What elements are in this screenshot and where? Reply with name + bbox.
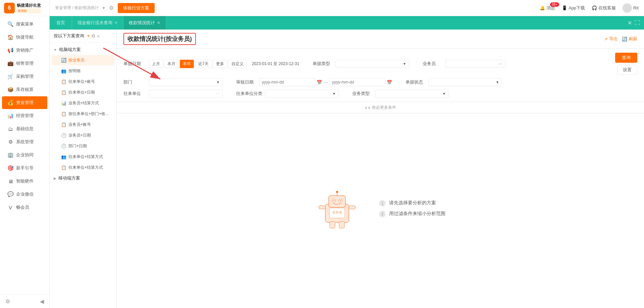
close-window-icon[interactable]: ✕ xyxy=(628,20,632,26)
date-custom-btn[interactable]: 自定义 xyxy=(228,60,247,68)
trial-btn[interactable]: 体验行业方案 xyxy=(118,3,155,13)
export-btn[interactable]: ↗ 导出 xyxy=(604,36,618,42)
sidebar-item-marketing[interactable]: 📢 营销推广 xyxy=(2,44,47,57)
counterpart-select[interactable]: ··· xyxy=(149,90,223,98)
tree-item-salesperson-settle[interactable]: 📊 业务员+结算方式 xyxy=(52,98,114,108)
sidebar-item-member[interactable]: V 畅会员 xyxy=(2,201,47,214)
collapse-bar[interactable]: ∧∧ 收起更多条件 xyxy=(117,102,644,113)
sidebar-item-smart-hw[interactable]: 🖥 智能硬件 xyxy=(2,175,47,188)
tree-item-unit-settle1[interactable]: 👥 往来单位+结算方式 xyxy=(52,152,114,162)
tree-item-unit-settle2[interactable]: 📋 往来单位+结算方式 xyxy=(52,162,114,173)
tab-collection-stat[interactable]: 收款情况统计 ✕ xyxy=(123,16,166,30)
date-range-text: 2023-01-01 至 2023-12-31 xyxy=(252,61,299,67)
basic-info-icon: 🗂 xyxy=(7,126,13,132)
doc-status-select[interactable]: ▾ xyxy=(428,78,502,86)
calendar-to-icon[interactable]: 📅 xyxy=(387,80,392,85)
tree-item-salesperson-date[interactable]: 🕐 业务员+日期 xyxy=(52,130,114,141)
export-icon: ↗ xyxy=(604,37,608,42)
sidebar-item-inventory[interactable]: 📦 库存核算 xyxy=(2,83,47,96)
tree-group-mobile-header[interactable]: ▶ 移动端方案 xyxy=(50,173,116,183)
svg-rect-15 xyxy=(339,221,344,228)
sidebar-label-system: 系统管理 xyxy=(16,139,34,145)
tab-home-label: 首页 xyxy=(56,20,65,26)
audit-date-from-input[interactable] xyxy=(259,78,315,86)
svg-point-4 xyxy=(333,200,334,201)
tree-item-unit-date-label: 往来单位+日期 xyxy=(68,90,95,95)
date-last-7-btn[interactable]: 近7天 xyxy=(195,60,212,68)
tab-collection-stat-close-icon[interactable]: ✕ xyxy=(157,20,160,25)
tree-item-by-salesperson[interactable]: 🔄 按业务员 xyxy=(52,55,114,65)
date-this-month-btn[interactable]: 本月 xyxy=(164,60,178,68)
operations-icon: 📊 xyxy=(7,113,13,119)
collapse-footer-icon[interactable]: ◀‍ xyxy=(40,298,44,305)
business-type-select[interactable]: ▾ xyxy=(375,90,449,98)
page-area: 按以下方案查询 + ⚙ « ▼ 电脑端方案 🔄 按业务员 xyxy=(50,30,644,308)
maximize-window-icon[interactable]: ⛶ xyxy=(635,20,640,26)
tab-home[interactable]: 首页 xyxy=(50,16,72,30)
salesperson-label: 业务员 xyxy=(423,61,443,67)
scheme-gear-icon[interactable]: ⚙ xyxy=(91,33,96,39)
audit-date-to-input[interactable] xyxy=(329,78,385,86)
sidebar-item-basic-info[interactable]: 🗂 基础信息 xyxy=(2,122,47,135)
sidebar-item-operations[interactable]: 📊 经营管理 xyxy=(2,109,47,122)
filter-area: 单据日期 上月 本月 本年 近7天 更多 自定义 2023-01-01 至 20… xyxy=(117,49,644,102)
date-more-btn[interactable]: 更多 xyxy=(213,60,227,68)
salesperson-select[interactable]: ··· xyxy=(445,60,506,68)
sidebar-item-system[interactable]: ⚙ 系统管理 xyxy=(2,136,47,148)
date-btn-group: 上月 本月 本年 近7天 更多 自定义 xyxy=(149,60,247,68)
tree-item-dept-date[interactable]: 🕐 部门+日期 xyxy=(52,141,114,151)
refresh-icon: 🔄 xyxy=(622,37,627,42)
tree-group-desktop-header[interactable]: ▼ 电脑端方案 xyxy=(50,45,116,55)
tree-item-by-salesperson-label: 按业务员 xyxy=(68,57,85,63)
tree-item-dept-date-label: 部门+日期 xyxy=(68,143,87,149)
sidebar-item-search[interactable]: 🔍 搜索菜单 xyxy=(2,18,47,31)
logo-name: 畅捷通好生意 xyxy=(17,3,41,8)
sidebar-item-enterprise[interactable]: 🏢 企业协同 xyxy=(2,149,47,161)
sidebar-item-funds[interactable]: 💰 资金管理 xyxy=(2,96,47,109)
desktop-group-label: 电脑端方案 xyxy=(59,47,81,53)
counterpart-category-select[interactable]: ▾ xyxy=(265,90,339,98)
tree-item-unit-dept-collect[interactable]: 📋 按往来单位+部门+收... xyxy=(52,109,114,119)
refresh-label: 刷新 xyxy=(629,36,637,42)
date-this-year-btn[interactable]: 本年 xyxy=(180,60,194,68)
tab-bank-flow-close-icon[interactable]: ✕ xyxy=(114,20,118,25)
svg-point-9 xyxy=(332,211,335,214)
home-icon: 🏠 xyxy=(7,34,13,40)
header-gear-icon[interactable]: ⚙ xyxy=(109,5,114,11)
counterpart-category-chevron-icon: ▾ xyxy=(333,91,335,96)
sidebar-label-member: 畅会员 xyxy=(16,204,29,210)
sidebar-item-purchase[interactable]: 🛒 采购管理 xyxy=(2,70,47,83)
online-service-btn[interactable]: 🎧 在线客服 xyxy=(592,5,616,11)
svg-rect-14 xyxy=(330,221,335,228)
app-download-btn[interactable]: 📱 App下载 xyxy=(562,5,585,11)
tab-bank-flow[interactable]: 现金银行流水查询 ✕ xyxy=(72,16,123,30)
sidebar-label-sales: 销售管理 xyxy=(16,60,34,66)
date-last-month-btn[interactable]: 上月 xyxy=(149,60,163,68)
calendar-from-icon[interactable]: 📅 xyxy=(317,80,322,85)
dept-select[interactable]: ▾ xyxy=(149,78,223,86)
doc-status-chevron-icon: ▾ xyxy=(496,80,498,85)
refresh-btn[interactable]: 🔄 刷新 xyxy=(622,36,637,42)
scheme-add-icon[interactable]: + xyxy=(87,33,90,39)
sidebar-item-sales[interactable]: 💼 销售管理 xyxy=(2,57,47,70)
tree-item-salesperson-account[interactable]: 📋 业务员+账号 xyxy=(52,119,114,130)
settings-btn[interactable]: 设置 xyxy=(617,65,637,75)
scheme-collapse-icon[interactable]: « xyxy=(97,33,100,39)
counterpart-more-btn[interactable]: ··· xyxy=(216,91,219,96)
notification-btn[interactable]: 🔔 消息 99+ xyxy=(540,5,555,11)
tree-item-unit-date[interactable]: 📋 往来单位+日期 xyxy=(52,87,114,98)
tree-item-unit-account[interactable]: 📋 往来单位+账号 xyxy=(52,76,114,87)
breadcrumb-dropdown-icon[interactable]: ▾ xyxy=(103,5,105,10)
user-avatar[interactable]: Rit xyxy=(623,3,639,13)
query-btn[interactable]: 查询 xyxy=(615,53,637,63)
settings-footer-icon[interactable]: ⚙ xyxy=(5,298,10,305)
headset-icon: 🎧 xyxy=(592,5,597,10)
sidebar-item-quick-nav[interactable]: 🏠 快捷导航 xyxy=(2,31,47,44)
sidebar-item-wechat[interactable]: 💬 企业微信 xyxy=(2,188,47,201)
sidebar-label-smart-hw: 智能硬件 xyxy=(16,178,34,184)
sidebar-item-guide[interactable]: 🎯 新手引导 xyxy=(2,162,47,174)
tree-item-by-detail[interactable]: 👥 按明细 xyxy=(52,66,114,76)
tree-group-mobile: ▶ 移动端方案 xyxy=(50,173,116,183)
doc-type-select[interactable]: ▾ xyxy=(335,60,409,68)
salesperson-more-icon: ··· xyxy=(499,61,502,66)
